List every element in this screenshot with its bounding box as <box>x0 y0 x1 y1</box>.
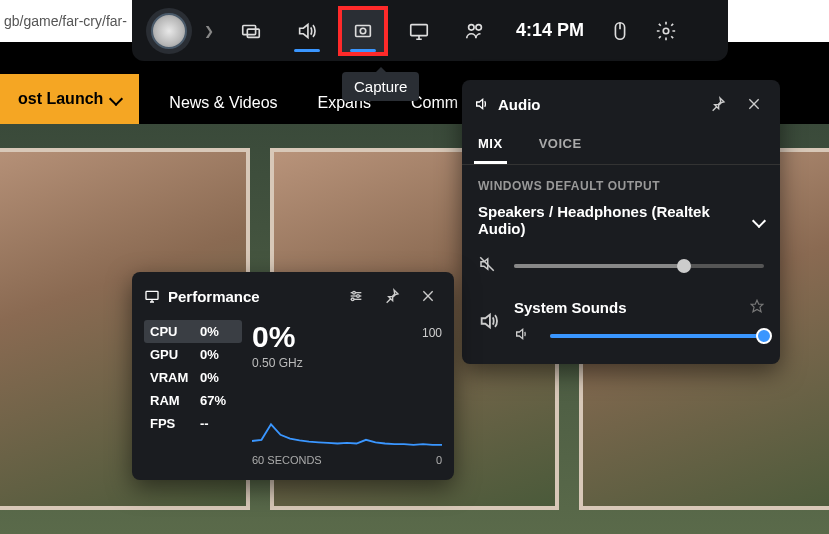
audio-widget-title: Audio <box>474 96 696 113</box>
svg-point-6 <box>476 24 482 29</box>
x-axis-left: 60 SECONDS <box>252 454 322 466</box>
monitor-icon <box>144 288 160 304</box>
chevron-down-icon <box>111 90 121 108</box>
stat-row-cpu[interactable]: CPU0% <box>144 320 242 343</box>
current-value: 0% <box>252 320 442 354</box>
svg-rect-14 <box>146 291 158 299</box>
capture-button[interactable] <box>338 6 388 56</box>
svg-point-3 <box>360 28 366 34</box>
svg-rect-1 <box>247 29 259 37</box>
post-launch-button[interactable]: ost Launch <box>0 74 139 124</box>
close-button[interactable] <box>740 90 768 118</box>
url-fragment: gb/game/far-cry/far- <box>0 13 127 29</box>
audio-button[interactable] <box>282 6 332 56</box>
options-button[interactable] <box>342 282 370 310</box>
svg-rect-2 <box>356 25 371 36</box>
svg-point-19 <box>357 295 360 298</box>
mute-icon[interactable] <box>478 255 500 277</box>
pin-button[interactable] <box>704 90 732 118</box>
stat-row-fps[interactable]: FPS-- <box>144 412 242 435</box>
settings-button[interactable] <box>646 6 686 56</box>
chevron-right-icon: ❯ <box>204 24 214 38</box>
favorite-star-button[interactable] <box>750 299 764 316</box>
capture-tooltip: Capture <box>342 72 419 101</box>
system-sounds-label: System Sounds <box>514 299 627 316</box>
close-button[interactable] <box>414 282 442 310</box>
svg-point-9 <box>663 28 669 34</box>
usage-sparkline <box>252 384 442 446</box>
clock: 4:14 PM <box>516 20 584 41</box>
stat-row-ram[interactable]: RAM67% <box>144 389 242 412</box>
widgets-button[interactable] <box>226 6 276 56</box>
stat-row-vram[interactable]: VRAM0% <box>144 366 242 389</box>
speaker-icon <box>478 310 500 336</box>
y-axis-max: 100 <box>422 326 442 340</box>
svg-rect-0 <box>243 25 256 34</box>
performance-button[interactable] <box>394 6 444 56</box>
x-axis-right: 0 <box>436 454 442 466</box>
svg-rect-4 <box>411 24 428 35</box>
performance-widget-title: Performance <box>144 288 334 305</box>
speaker-icon <box>474 96 490 112</box>
svg-point-18 <box>353 291 356 294</box>
xbox-game-bar: ❯ 4:14 PM <box>132 0 728 61</box>
audio-widget: Audio MIX VOICE WINDOWS DEFAULT OUTPUT S… <box>462 80 780 364</box>
pin-button[interactable] <box>378 282 406 310</box>
svg-point-5 <box>469 24 475 29</box>
tab-voice[interactable]: VOICE <box>535 128 586 164</box>
master-volume-slider[interactable] <box>514 264 764 268</box>
gear-orb-icon <box>151 13 187 49</box>
cpu-frequency: 0.50 GHz <box>252 356 442 370</box>
chevron-down-icon <box>754 212 764 229</box>
xbox-social-button[interactable] <box>450 6 500 56</box>
tab-mix[interactable]: MIX <box>474 128 507 164</box>
performance-widget: Performance CPU0%GPU0%VRAM0%RAM67%FPS-- … <box>132 272 454 480</box>
nav-news-videos[interactable]: News & Videos <box>169 94 277 112</box>
svg-marker-13 <box>751 300 763 312</box>
system-sounds-slider[interactable] <box>550 334 764 338</box>
stat-list: CPU0%GPU0%VRAM0%RAM67%FPS-- <box>144 320 242 466</box>
output-device-dropdown[interactable]: Speakers / Headphones (Realtek Audio) <box>478 203 764 237</box>
game-bar-home-button[interactable] <box>146 8 192 54</box>
output-section-label: WINDOWS DEFAULT OUTPUT <box>478 179 764 193</box>
speaker-small-icon[interactable] <box>514 326 536 346</box>
stat-row-gpu[interactable]: GPU0% <box>144 343 242 366</box>
mouse-button[interactable] <box>600 6 640 56</box>
svg-point-20 <box>351 298 354 301</box>
